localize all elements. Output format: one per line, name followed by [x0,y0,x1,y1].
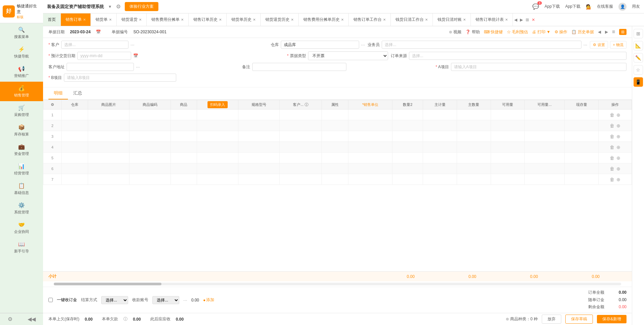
col-spec[interactable]: 规格型号 [238,100,280,110]
payment-method-select[interactable]: 选择... [101,296,128,304]
calendar-icon[interactable]: 📅 [96,30,101,34]
row-4-delete[interactable]: 🗑 [610,145,614,150]
tab-return-history[interactable]: 销货退货历史 ✕ [261,13,299,26]
row-6-copy[interactable]: ⊕ [616,166,620,171]
row-1-main-unit[interactable] [423,110,457,120]
profit-btn[interactable]: ☆ 毛利预估 [507,29,528,35]
tab-sales-bill[interactable]: 销货单 ✕ [91,13,117,26]
help-btn[interactable]: ❓ 帮助 [465,29,480,35]
tab-nav-prev[interactable]: ◀ [513,17,519,22]
row-6-delete[interactable]: 🗑 [610,166,614,171]
col-settings[interactable]: ⚙ [43,100,62,110]
sidebar-item-finance[interactable]: 💼 资金管理 [0,140,43,160]
col-main-qty[interactable]: 主数量 [457,100,491,110]
tab-expense-close[interactable]: ✕ [181,18,184,22]
delivery-date-input[interactable] [77,52,131,60]
sidebar-item-operation[interactable]: 📊 经营管理 [0,160,43,179]
operations-btn[interactable]: ⚙ 操作 [555,29,567,35]
col-available2[interactable]: 可用量... [525,100,565,110]
settings-btn[interactable]: ⚙ 设置 [590,41,608,49]
row-1-copy[interactable]: ⊕ [616,112,620,118]
right-icon-grid[interactable]: ⊞ [634,29,643,38]
col-available[interactable]: 可用量 [491,100,525,110]
shortcut-btn[interactable]: ⌨ 快捷键 [484,29,503,35]
row-1-unit[interactable] [348,110,392,120]
row-1-image[interactable] [88,110,129,120]
settings-gear-icon[interactable]: ⚙ [116,3,121,10]
sidebar-item-system[interactable]: ⚙️ 系统管理 [0,199,43,218]
row-1-avail2[interactable] [525,110,565,120]
col-unit[interactable]: *销售单位 [348,100,392,110]
tab-workbench[interactable]: 销售订单工作台 ✕ [349,13,391,26]
row-2-delete[interactable]: 🗑 [610,123,614,128]
right-icon-ruler[interactable]: 📐 [634,41,643,50]
tab-home[interactable]: 首页 [43,13,61,26]
topbar-dropdown-arrow[interactable]: ▼ [108,4,112,9]
message-icon[interactable]: 💬 8 [532,3,539,10]
sidebar-item-sales[interactable]: 💰 销售管理 [0,82,43,101]
col-attr[interactable]: 属性 [322,100,348,110]
tab-expense-history-close[interactable]: ✕ [341,18,344,22]
tab-sales-bill-close[interactable]: ✕ [109,18,112,22]
save-draft-button[interactable]: 保存草稿 [565,315,593,324]
row-1-main-qty[interactable] [457,110,491,120]
online-service-icon[interactable]: 💁 [586,4,592,9]
tab-return[interactable]: 销货退货 ✕ [117,13,147,26]
right-icon-edit[interactable]: ✏️ [634,53,643,63]
settings-icon[interactable]: ⚙ [8,316,12,322]
salesperson-input[interactable] [382,41,581,49]
salesperson-more-btn[interactable]: ··· [583,42,588,47]
row-1-attr[interactable] [322,110,348,120]
tab-order-history-close[interactable]: ✕ [219,18,222,22]
tab-expense[interactable]: 销售费用分摊单 ✕ [147,13,189,26]
tab-sales-order-close[interactable]: ✕ [83,18,86,22]
tab-reconcile-close[interactable]: ✕ [463,18,466,22]
col-warehouse[interactable]: 仓库 [62,100,88,110]
row-1-product[interactable] [171,110,197,120]
warehouse-input[interactable] [281,41,359,49]
collapse-icon[interactable]: ◀◀ [28,316,36,322]
row-5-copy[interactable]: ⊕ [616,155,620,161]
account-more-btn[interactable]: ··· [183,297,187,303]
app-download-text[interactable]: App下载 [565,4,580,9]
row-7-copy[interactable]: ⊕ [616,177,620,182]
right-icon-star[interactable]: ☆ [634,65,643,75]
right-icon-phone[interactable]: 📱 [634,77,643,87]
history-btn[interactable]: 📋 历史单据 [571,29,594,35]
row-3-delete[interactable]: 🗑 [610,134,614,139]
col-stock[interactable]: 现存量 [565,100,599,110]
col-scan[interactable]: 扫码录入 [197,100,238,110]
tab-bill-history[interactable]: 销货单历史 ✕ [227,13,261,26]
row-1-customer[interactable] [279,110,321,120]
save-new-button[interactable]: 保存&新增 [597,315,627,323]
row-1-delete[interactable]: 🗑 [610,112,614,118]
row-4-copy[interactable]: ⊕ [616,145,620,150]
one-click-deposit-checkbox[interactable] [48,298,53,302]
address-input[interactable] [67,63,134,71]
col-code[interactable]: 商品编码 [129,100,171,110]
prev-record-btn[interactable]: ◀ [598,30,601,34]
tab-detail[interactable]: 明细 [48,87,68,99]
remark-input[interactable] [252,63,346,71]
tab-stats[interactable]: 销售订单统计表 ✕ [471,13,513,26]
sidebar-item-search[interactable]: 🔍 搜索菜单 [0,23,43,43]
tab-return-history-close[interactable]: ✕ [291,18,294,22]
customer-more-btn[interactable]: ··· [130,42,135,47]
sidebar-item-guide[interactable]: 📖 新手引导 [0,238,43,257]
user-name[interactable]: 用友 [632,4,640,9]
ticket-type-select[interactable]: 不开票 增值税专用发票 增值税普通发票 [308,51,388,60]
customer-input[interactable] [61,41,128,49]
sidebar-item-inventory[interactable]: 📦 库存核算 [0,121,43,140]
tab-close-all[interactable]: ✕ [530,17,536,22]
row-1-spec[interactable] [238,110,280,120]
row-1-avail[interactable] [491,110,525,120]
next-record-btn[interactable]: ▶ [605,30,608,34]
col-image[interactable]: 商品图片 [88,100,129,110]
col-main-unit[interactable]: 主计量 [423,100,457,110]
row-1-scan[interactable] [197,110,238,120]
warehouse-more-btn[interactable]: ··· [361,42,365,47]
app-download-link[interactable]: App下载 [544,4,560,9]
view-video-btn[interactable]: ⊙ 视频 [449,29,461,35]
print-btn[interactable]: 🖨 打印 ▼ [532,29,551,35]
add-payment-btn[interactable]: ● 添加 [203,297,214,303]
